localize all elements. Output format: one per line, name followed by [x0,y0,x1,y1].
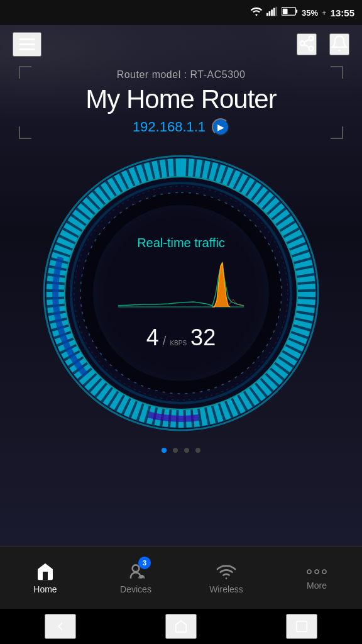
svg-line-12 [304,44,309,47]
svg-point-33 [322,570,326,574]
svg-point-31 [307,570,311,574]
home-icon-wrap [35,562,55,582]
notification-button[interactable] [329,33,349,55]
back-button[interactable] [45,614,76,639]
main-content: Router model : RT-AC5300 My Home Router … [0,25,362,546]
gauge-inner: Real-time traffic [93,205,269,381]
svg-rect-3 [273,8,275,16]
traffic-separator: / [163,334,167,348]
recents-button[interactable] [286,614,317,639]
download-value: 32 [190,325,216,351]
svg-rect-6 [296,9,298,13]
wifi-icon [250,6,263,19]
home-icon [35,562,55,582]
router-model-label: Router model : RT-AC5300 [0,69,362,80]
wireless-icon-wrap [216,562,236,582]
nav-item-home[interactable]: Home [0,547,90,609]
router-ip-container: 192.168.1.1 ▶ [0,118,362,136]
page-dot-1[interactable] [162,448,167,453]
devices-label: Devices [120,584,151,594]
signal-icon [266,6,278,19]
svg-rect-1 [269,11,271,16]
traffic-label: Real-time traffic [137,236,225,250]
traffic-chart-svg [112,257,250,319]
hamburger-line1 [19,38,35,40]
page-dot-3[interactable] [184,448,189,453]
svg-rect-34 [297,621,307,632]
router-ip: 192.168.1.1 [133,119,206,135]
top-nav-right [297,33,349,55]
svg-point-30 [226,577,228,579]
corner-bracket-br [331,126,343,139]
home-label: Home [33,584,57,594]
page-dot-2[interactable] [173,448,178,453]
svg-point-11 [309,46,314,50]
hamburger-line2 [19,43,35,45]
page-dots [162,448,200,453]
svg-line-13 [304,39,309,42]
corner-bracket-tl [19,66,31,79]
svg-point-28 [133,565,140,572]
traffic-unit: KBPS [170,340,187,347]
devices-icon-wrap: 3 [126,562,146,582]
charge-icon: + [322,8,327,18]
share-button[interactable] [297,33,317,55]
upload-value: 4 [146,325,159,351]
battery-icon [282,7,298,18]
nav-item-wireless[interactable]: Wireless [181,547,272,609]
devices-badge: 3 [138,557,151,569]
battery-percent: 35% [302,8,318,18]
corner-bracket-tr [331,66,343,79]
wireless-icon [216,562,236,582]
hamburger-line3 [19,48,35,50]
svg-rect-4 [275,7,277,16]
svg-point-9 [309,36,314,40]
bottom-nav: Home 3 Devices Wireless [0,546,362,609]
hamburger-button[interactable] [13,32,41,57]
gauge-container: Real-time traffic [36,148,326,438]
more-label: More [307,580,327,591]
top-nav [0,25,362,63]
status-bar: 35% + 13:55 [0,0,362,25]
router-name: My Home Router [0,84,362,114]
svg-rect-0 [266,13,268,16]
svg-rect-7 [283,9,288,14]
nav-item-more[interactable]: More [272,547,362,609]
ip-arrow-button[interactable]: ▶ [212,118,229,136]
svg-rect-8 [282,7,283,8]
android-nav [0,609,362,644]
traffic-chart [112,257,250,319]
more-icon-wrap [307,565,327,578]
router-info: Router model : RT-AC5300 My Home Router … [0,63,362,142]
clock: 13:55 [331,8,354,18]
traffic-values: 4 / KBPS 32 [146,325,216,351]
corner-bracket-bl [19,126,31,139]
more-icon [307,565,327,578]
home-button[interactable] [165,614,197,639]
svg-point-32 [315,570,319,574]
svg-point-10 [300,41,305,45]
svg-rect-2 [271,9,273,16]
page-dot-4[interactable] [195,448,200,453]
nav-item-devices[interactable]: 3 Devices [90,547,181,609]
wireless-label: Wireless [209,584,243,594]
